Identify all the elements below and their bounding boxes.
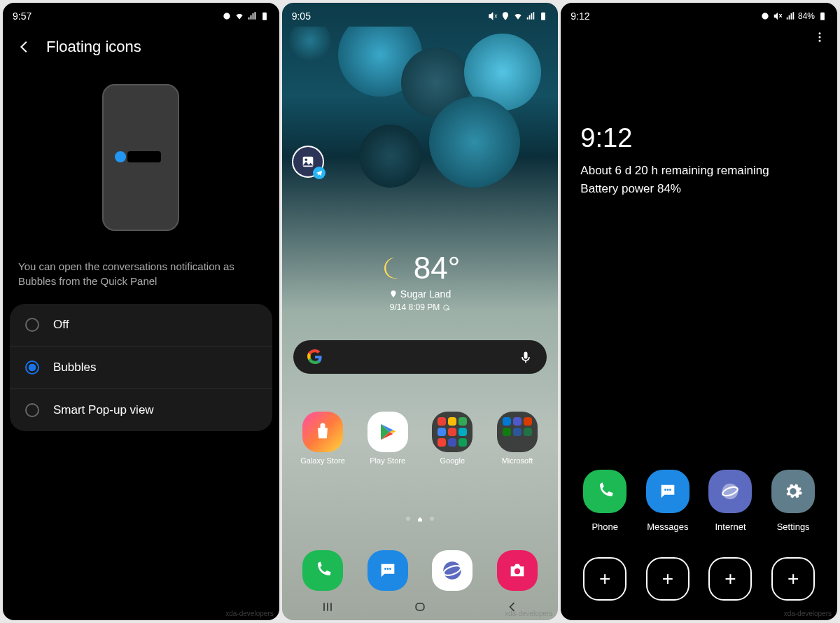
svg-point-3 [304, 158, 307, 161]
phone-icon [583, 470, 626, 513]
dock-messages[interactable] [363, 550, 413, 591]
app-settings[interactable]: Settings [768, 470, 818, 532]
svg-point-17 [664, 489, 666, 491]
options-group: Off Bubbles Smart Pop-up view [10, 304, 272, 431]
status-bar: 9:05 [282, 3, 559, 27]
page-title: Floating icons [46, 38, 141, 56]
svg-point-19 [669, 489, 671, 491]
svg-rect-0 [262, 13, 267, 20]
folder-icon [432, 412, 472, 452]
status-icons [222, 11, 270, 21]
floating-chat-bubble[interactable] [292, 146, 324, 178]
add-shortcut-button[interactable]: + [646, 557, 690, 601]
app-galaxy-store[interactable]: Galaxy Store [298, 412, 348, 465]
image-icon [300, 154, 316, 169]
watermark: xda-developers [505, 610, 552, 617]
location-icon [500, 11, 510, 21]
svg-point-15 [819, 36, 821, 38]
svg-point-14 [819, 32, 821, 34]
battery-remaining: About 6 d 20 h remaining remaining [580, 162, 818, 180]
radio-off[interactable] [25, 318, 39, 332]
app-phone[interactable]: Phone [580, 470, 630, 532]
add-shortcut-button[interactable]: + [771, 557, 815, 601]
more-menu-icon[interactable] [813, 31, 826, 43]
messages-icon [646, 470, 690, 513]
status-bar: 9:57 [3, 3, 279, 27]
wallpaper-flowers [282, 27, 559, 209]
bubble-graphic-bar [127, 151, 161, 162]
add-shortcut-row: + + + + [561, 557, 837, 601]
folder-microsoft[interactable]: Microsoft [492, 412, 542, 465]
weather-widget[interactable]: 84° Sugar Land 9/14 8:09 PM [282, 251, 559, 312]
screen-battery-shortcut: 9:12 84% 9:12 About 6 d 20 h remaining r… [561, 3, 837, 620]
plus-icon: + [724, 568, 736, 590]
add-shortcut-button[interactable]: + [583, 557, 626, 601]
app-label: Microsoft [502, 456, 533, 465]
svg-rect-1 [541, 13, 545, 20]
svg-point-7 [444, 561, 462, 580]
mute-icon [488, 11, 498, 21]
svg-rect-10 [416, 603, 424, 610]
app-internet[interactable]: Internet [705, 470, 755, 532]
signal-icon [247, 11, 257, 21]
add-shortcut-button[interactable]: + [708, 557, 752, 601]
camera-icon [497, 550, 538, 591]
radio-smart[interactable] [25, 403, 39, 417]
app-messages[interactable]: Messages [643, 470, 693, 532]
battery-icon [818, 11, 827, 21]
svg-point-5 [386, 568, 388, 570]
internet-icon [432, 550, 472, 591]
app-label: Internet [715, 522, 746, 532]
google-search-bar[interactable] [293, 340, 547, 374]
pin-icon [389, 290, 398, 298]
plus-icon: + [599, 568, 610, 590]
watermark: xda-developers [225, 610, 273, 617]
dock-phone[interactable] [298, 550, 348, 591]
page-indicator[interactable] [282, 517, 559, 522]
app-play-store[interactable]: Play Store [363, 412, 413, 465]
phone-icon [302, 550, 343, 591]
mic-icon[interactable] [519, 350, 533, 364]
play-store-icon [368, 412, 408, 452]
watermark: xda-developers [784, 610, 832, 617]
svg-point-16 [819, 40, 821, 42]
nav-home-icon[interactable] [413, 600, 427, 614]
apps-row: Phone Messages Internet Settings [561, 470, 837, 532]
alarm-icon [222, 11, 232, 21]
app-label: Google [440, 456, 465, 465]
option-smart-popup[interactable]: Smart Pop-up view [10, 389, 272, 431]
radio-bubbles[interactable] [25, 360, 39, 374]
status-time: 9:05 [292, 10, 311, 22]
option-bubbles[interactable]: Bubbles [10, 346, 272, 389]
refresh-icon [442, 304, 450, 312]
internet-icon [708, 470, 752, 513]
folder-icon [497, 412, 538, 452]
option-label: Smart Pop-up view [53, 403, 154, 417]
option-off[interactable]: Off [10, 304, 272, 346]
wifi-icon [513, 11, 523, 21]
screen-settings-floating-icons: 9:57 Floating icons You can open the con… [3, 3, 279, 620]
battery-info: About 6 d 20 h remaining remaining Batte… [561, 162, 837, 197]
folder-google[interactable]: Google [427, 412, 477, 465]
dock-camera[interactable] [492, 550, 542, 591]
battery-percent: 84% [798, 11, 815, 21]
app-label: Messages [647, 522, 688, 532]
dock-internet[interactable] [427, 550, 477, 591]
signal-icon [785, 11, 795, 21]
svg-point-4 [384, 568, 386, 570]
status-icons: 84% [760, 11, 827, 21]
telegram-badge-icon [313, 167, 326, 179]
settings-icon [771, 470, 815, 513]
description-text: You can open the conversations notificat… [3, 259, 279, 304]
back-icon[interactable] [17, 39, 32, 55]
plus-icon: + [662, 568, 673, 590]
weather-temp: 84° [414, 251, 461, 286]
google-logo-icon [307, 349, 323, 365]
battery-icon [260, 11, 270, 21]
app-label: Phone [592, 522, 618, 532]
status-time: 9:12 [570, 10, 589, 22]
bubble-graphic-dot [115, 151, 126, 162]
phone-outline-graphic [102, 84, 179, 231]
nav-recents-icon[interactable] [321, 600, 335, 614]
home-dot-icon [417, 517, 423, 522]
